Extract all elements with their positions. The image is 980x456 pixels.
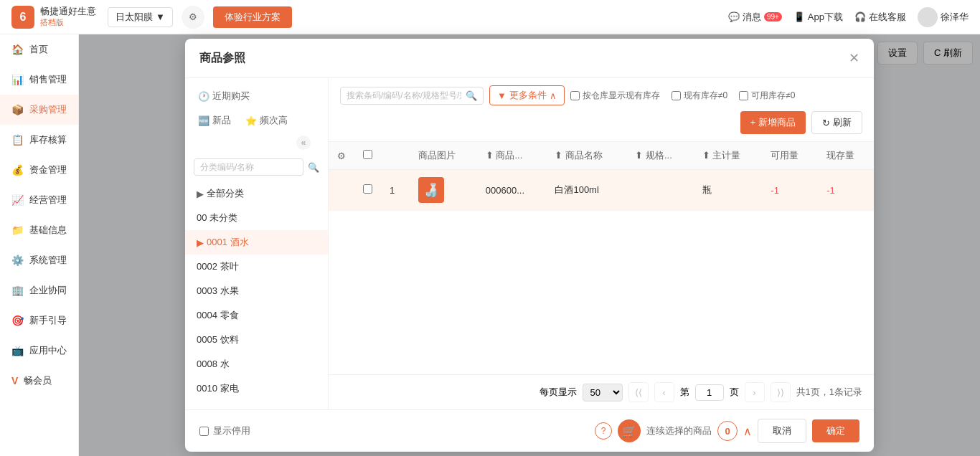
checkbox-available[interactable]: 可用库存≠0 — [739, 90, 795, 102]
cat-item-0002[interactable]: 0002 茶叶 — [185, 255, 328, 279]
store-selector[interactable]: 日太阳膜 ▼ — [108, 7, 173, 27]
online-service-item[interactable]: 🎧 在线客服 — [854, 11, 906, 24]
product-search-input[interactable] — [347, 90, 461, 100]
sidebar-label-sales: 销售管理 — [29, 73, 67, 86]
sidebar-item-guide[interactable]: 🎯 新手引导 — [0, 305, 78, 336]
collapse-cart-icon[interactable]: ∧ — [743, 424, 752, 438]
row-unit-cell: 瓶 — [694, 170, 763, 211]
prev-page-button[interactable]: ‹ — [654, 382, 674, 402]
next-page-button[interactable]: › — [745, 382, 765, 402]
cat-item-all[interactable]: ▶ 全部分类 — [185, 181, 328, 206]
product-search-icon[interactable]: 🔍 — [466, 90, 477, 101]
checkbox-stock-label: 现有库存≠0 — [684, 90, 727, 102]
cat-item-0005[interactable]: 0005 饮料 — [185, 328, 328, 352]
logo-sub: 搭档版 — [40, 17, 96, 28]
add-product-button[interactable]: + 新增商品 — [740, 111, 806, 134]
modal-close-button[interactable]: ✕ — [849, 50, 859, 66]
sidebar-label-inventory: 库存核算 — [29, 133, 67, 146]
last-page-button[interactable]: ⟩⟩ — [771, 382, 791, 402]
sidebar-label-collab: 企业协同 — [29, 284, 67, 297]
sidebar-item-business[interactable]: 📈 经营管理 — [0, 185, 78, 215]
col-unit-header[interactable]: ⬆ 主计量 — [694, 142, 763, 170]
cat-item-0010[interactable]: 0010 家电 — [185, 376, 328, 401]
cat-tab-recent-label: 近期购买 — [212, 90, 250, 103]
help-icon[interactable]: ? — [595, 422, 612, 440]
filter-button[interactable]: ▼ 更多条件 ∧ — [489, 85, 565, 105]
appcenter-icon: 📺 — [11, 345, 24, 356]
row-checkbox-cell[interactable] — [354, 170, 381, 211]
cat-tab-new[interactable]: 🆕 新品 — [194, 111, 235, 130]
category-tabs-2: 🆕 新品 ⭐ 频次高 — [185, 111, 328, 130]
checkbox-stock[interactable]: 现有库存≠0 — [672, 90, 727, 102]
business-icon: 📈 — [11, 194, 24, 206]
app-download-label: App下载 — [808, 11, 843, 24]
modal-footer: 显示停用 ? 🛒 连续选择的商品 0 ∧ 取消 确定 — [185, 409, 874, 452]
cancel-button[interactable]: 取消 — [758, 419, 806, 443]
col-checkbox-header[interactable] — [354, 142, 381, 170]
sidebar-item-member[interactable]: V 畅会员 — [0, 366, 78, 396]
cat-item-0004[interactable]: 0004 零食 — [185, 303, 328, 328]
col-name-header[interactable]: ⬆ 商品名称 — [546, 142, 626, 170]
product-search-bar: 🔍 — [340, 87, 484, 105]
collapse-category-button[interactable]: « — [296, 136, 311, 150]
sidebar-item-basic[interactable]: 📁 基础信息 — [0, 215, 78, 245]
messages-label: 消息 — [743, 11, 761, 24]
category-search-input[interactable] — [194, 158, 303, 176]
row-spec-cell — [626, 170, 693, 211]
cat-tab-freq[interactable]: ⭐ 频次高 — [241, 111, 292, 130]
sidebar-item-collab[interactable]: 🏢 企业协同 — [0, 275, 78, 305]
user-item[interactable]: 徐泽华 — [918, 7, 969, 27]
sidebar-item-finance[interactable]: 💰 资金管理 — [0, 155, 78, 185]
show-disabled-area: 显示停用 — [199, 424, 250, 437]
cat-item-0003[interactable]: 0003 水果 — [185, 279, 328, 303]
page-word-2: 页 — [730, 386, 739, 399]
cat-item-0004-label: 0004 零食 — [197, 309, 239, 322]
modal-overlay: 商品参照 ✕ 🕐 近期购买 🆕 新品 — [79, 34, 980, 456]
messages-badge: 99+ — [764, 12, 782, 22]
checkbox-warehouse[interactable]: 按仓库显示现有库存 — [570, 90, 660, 102]
refresh-button[interactable]: ↻ 刷新 — [811, 111, 862, 134]
category-panel: 🕐 近期购买 🆕 新品 ⭐ 频次高 — [185, 78, 329, 409]
sidebar-item-system[interactable]: ⚙️ 系统管理 — [0, 245, 78, 275]
content-panel: 🔍 ▼ 更多条件 ∧ 按仓库显示现有库存 — [329, 78, 874, 409]
cat-item-0008[interactable]: 0008 水 — [185, 352, 328, 376]
basic-icon: 📁 — [11, 224, 24, 236]
cat-tab-recent[interactable]: 🕐 近期购买 — [194, 87, 254, 105]
row-checkbox[interactable] — [363, 184, 372, 194]
gear-button[interactable]: ⚙ — [182, 6, 204, 29]
cat-tab-new-label: 新品 — [212, 114, 231, 127]
chevron-down-icon: ▼ — [156, 11, 165, 22]
page-size-select[interactable]: 50 10 20 100 — [583, 384, 623, 402]
col-spec-header[interactable]: ⬆ 规格... — [626, 142, 693, 170]
freq-icon: ⭐ — [245, 115, 257, 126]
show-disabled-checkbox[interactable] — [199, 427, 209, 436]
sidebar-item-home[interactable]: 🏠 首页 — [0, 34, 78, 65]
new-icon: 🆕 — [198, 115, 209, 126]
messages-item[interactable]: 💬 消息 99+ — [728, 11, 782, 24]
logo-text: 畅捷通好生意 — [40, 6, 96, 17]
trial-button[interactable]: 体验行业方案 — [213, 6, 292, 28]
sidebar-item-inventory[interactable]: 📋 库存核算 — [0, 125, 78, 155]
sidebar-item-sales[interactable]: 📊 销售管理 — [0, 65, 78, 95]
first-page-button[interactable]: ⟨⟨ — [628, 382, 649, 402]
page-number-input[interactable] — [695, 384, 724, 401]
app-download-item[interactable]: 📱 App下载 — [793, 11, 843, 24]
product-table: ⚙ 商品图片 — [329, 142, 874, 211]
sort-icon-unit: ⬆ — [702, 150, 710, 161]
filter-icon: ▼ — [497, 90, 507, 101]
inventory-icon: 📋 — [11, 134, 24, 146]
cart-button[interactable]: 🛒 — [618, 419, 641, 442]
cat-item-0001[interactable]: ▶ 0001 酒水 — [185, 230, 328, 255]
sidebar-item-appcenter[interactable]: 📺 应用中心 — [0, 336, 78, 366]
sidebar-label-finance: 资金管理 — [29, 163, 67, 176]
table-row[interactable]: 1 🍶 000600... 白酒100ml 瓶 -1 -1 — [329, 170, 874, 211]
cat-item-00[interactable]: 00 未分类 — [185, 206, 328, 230]
category-search-icon[interactable]: 🔍 — [308, 162, 319, 173]
select-all-checkbox[interactable] — [363, 150, 372, 159]
col-code-header[interactable]: ⬆ 商品... — [477, 142, 547, 170]
confirm-button[interactable]: 确定 — [812, 419, 859, 442]
pagination: 每页显示 50 10 20 100 ⟨⟨ ‹ 第 页 › ⟩⟩ — [329, 374, 874, 409]
col-settings-header[interactable]: ⚙ — [329, 142, 354, 170]
sidebar-item-purchase[interactable]: 📦 采购管理 — [0, 95, 78, 125]
col-stock-header: 现存量 — [818, 142, 874, 170]
